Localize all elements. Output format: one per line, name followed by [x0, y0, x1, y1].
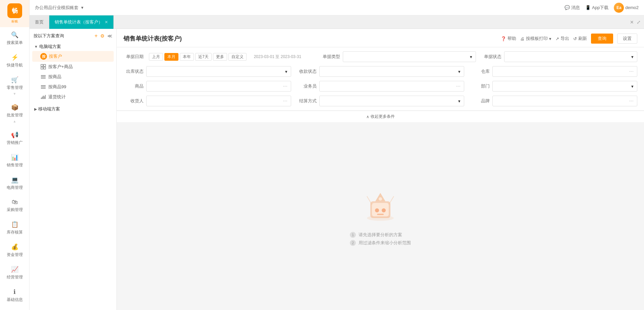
brand-input[interactable]: ···	[492, 96, 637, 106]
payment-input[interactable]: ▾	[319, 96, 464, 106]
date-btn-7days[interactable]: 近7天	[195, 53, 212, 61]
tree-item-return-stats-label: 退货统计	[48, 94, 66, 100]
help-btn[interactable]: ❓ 帮助	[501, 36, 516, 42]
date-btn-more[interactable]: 更多	[213, 53, 227, 61]
top-header: 办公用品行业模拟账套 ▾ 💬 消息 📱 App下载 Ea demo2	[30, 0, 644, 15]
sidebar-item-basic[interactable]: ℹ 基础信息	[0, 284, 29, 307]
tree-group-desktop-label: 电脑端方案	[39, 44, 61, 50]
empty-tips: 1 请先选择要分析的方案 2 用过滤条件来缩小分析范围	[350, 232, 411, 246]
salesman-dots-icon[interactable]: ···	[456, 83, 461, 89]
sidebar-item-inventory[interactable]: 📋 库存核算	[0, 217, 29, 239]
collapse-more-btn[interactable]: ∧ 收起更多条件	[117, 111, 644, 122]
tree-item-by-goods99[interactable]: 按商品99	[32, 82, 114, 92]
collapse-more-label: 收起更多条件	[371, 114, 395, 119]
out-status-input[interactable]: ▾	[146, 66, 291, 77]
tab-close-btn[interactable]: ✕	[630, 19, 634, 25]
left-panel-actions: + ⚙ ≪	[95, 33, 112, 39]
print-dropdown-icon: ▾	[549, 36, 551, 41]
receiver-dots-icon[interactable]: ···	[283, 98, 287, 104]
sidebar-item-retail[interactable]: 🛒 零售管理 ▼	[0, 72, 29, 100]
return-stats-icon	[40, 94, 46, 100]
receipt-status-input[interactable]: ▾	[319, 66, 464, 77]
sidebar-item-system[interactable]: ⚙ 系统管理	[0, 307, 29, 310]
order-status-input[interactable]: ▾	[504, 51, 637, 62]
app-download-label: App下载	[592, 5, 608, 11]
department-group: 部门 ▾	[470, 81, 637, 92]
filter-row-date: 单据日期 上月 本月 本年 近7天 更多 自定义 2023-03-01 至 20…	[123, 51, 637, 62]
warehouse-dots-icon[interactable]: ···	[629, 68, 634, 74]
order-type-input[interactable]: ▾	[343, 51, 476, 62]
receipt-status-group: 收款状态 ▾	[297, 66, 464, 77]
sidebar-item-ecommerce[interactable]: 💻 电商管理	[0, 172, 29, 195]
purchase-icon: 🛍	[12, 199, 18, 206]
order-type-label: 单据类型	[320, 54, 340, 60]
export-btn[interactable]: ↗ 导出	[555, 36, 569, 42]
tree-item-return-stats[interactable]: 退货统计	[32, 92, 114, 102]
svg-rect-14	[45, 95, 46, 99]
message-action[interactable]: 💬 消息	[565, 5, 580, 11]
tree-group-desktop-header[interactable]: ▼ 电脑端方案	[32, 42, 114, 51]
order-status-label: 单据状态	[481, 54, 501, 60]
ecommerce-icon: 💻	[11, 176, 18, 184]
svg-rect-1	[44, 64, 46, 66]
tree-item-by-goods99-label: 按商品99	[48, 84, 66, 90]
department-input[interactable]: ▾	[492, 81, 637, 92]
tree-group-expand-icon: ▼	[34, 45, 38, 49]
tip-num-2: 2	[350, 240, 356, 246]
wholesale-icon: 📦	[11, 104, 18, 111]
sidebar-item-purchase[interactable]: 🛍 采购管理	[0, 195, 29, 217]
user-area[interactable]: Ea demo2	[614, 3, 639, 13]
header-dropdown-icon[interactable]: ▾	[81, 5, 84, 10]
sidebar-item-search-label: 搜索菜单	[7, 40, 23, 46]
sidebar-item-wholesale[interactable]: 📦 批发管理 ▲	[0, 100, 29, 127]
svg-rect-9	[41, 88, 46, 89]
tab-sales-stats[interactable]: 销售单统计表（按客户） ✕	[49, 15, 114, 29]
goods-label: 商品	[123, 83, 144, 89]
tree-item-by-customer[interactable]: 按 按客户	[32, 51, 114, 62]
sidebar-item-search[interactable]: 🔍 搜索菜单	[0, 27, 29, 50]
date-btn-last-month[interactable]: 上月	[149, 53, 163, 61]
settings-scheme-btn[interactable]: ⚙	[100, 33, 105, 39]
main-area: 办公用品行业模拟账套 ▾ 💬 消息 📱 App下载 Ea demo2 首页	[30, 0, 644, 310]
warehouse-input[interactable]: ···	[492, 66, 637, 77]
tab-home[interactable]: 首页	[30, 15, 49, 29]
salesman-input[interactable]: ···	[319, 81, 464, 92]
sidebar-item-quick-nav[interactable]: ⚡ 快捷导航	[0, 50, 29, 72]
header-right: 💬 消息 📱 App下载 Ea demo2	[565, 3, 639, 13]
page-actions: ❓ 帮助 🖨 按模板打印 ▾ ↗ 导出 ↺ 刷新	[501, 34, 637, 44]
receipt-status-label: 收款状态	[297, 68, 317, 74]
refresh-btn[interactable]: ↺ 刷新	[573, 36, 587, 42]
goods-dots-icon[interactable]: ···	[283, 83, 287, 89]
tab-fullscreen-btn[interactable]: ⤢	[637, 19, 641, 25]
sidebar-item-marketing[interactable]: 📢 营销推广	[0, 127, 29, 150]
date-btn-this-month[interactable]: 本月	[164, 53, 178, 61]
brand-dots-icon[interactable]: ···	[629, 98, 634, 104]
warehouse-label: 仓库	[470, 68, 490, 74]
print-btn[interactable]: 🖨 按模板打印 ▾	[520, 36, 551, 42]
brand-group: 品牌 ···	[470, 96, 637, 106]
collapse-panel-btn[interactable]: ≪	[107, 33, 112, 39]
header-title: 办公用品行业模拟账套	[35, 5, 78, 11]
query-btn[interactable]: 查询	[591, 34, 613, 44]
add-scheme-btn[interactable]: +	[95, 33, 98, 39]
app-download-action[interactable]: 📱 App下载	[585, 5, 608, 11]
tab-close-icon[interactable]: ✕	[105, 20, 108, 24]
tree-item-by-customer-goods[interactable]: 按客户+商品	[32, 62, 114, 72]
receiver-input[interactable]: ···	[146, 96, 291, 106]
sidebar-item-sales[interactable]: 📊 销售管理	[0, 150, 29, 172]
goods-input[interactable]: ···	[146, 81, 291, 92]
svg-rect-8	[41, 87, 46, 87]
settings-btn[interactable]: 设置	[617, 34, 637, 44]
empty-state: 1 请先选择要分析的方案 2 用过滤条件来缩小分析范围	[117, 122, 644, 310]
date-btn-this-year[interactable]: 本年	[180, 53, 194, 61]
tree-group-mobile-header[interactable]: ▶ 移动端方案	[32, 105, 114, 113]
sidebar-item-operations[interactable]: 📈 经营管理	[0, 262, 29, 284]
out-status-label: 出库状态	[123, 68, 144, 74]
sidebar-item-finance[interactable]: 💰 资金管理	[0, 239, 29, 262]
by-customer-icon: 按	[40, 53, 47, 60]
marketing-icon: 📢	[11, 131, 18, 139]
tree-item-by-goods[interactable]: 按商品	[32, 72, 114, 82]
svg-rect-0	[41, 64, 43, 66]
tab-home-label: 首页	[35, 19, 44, 25]
date-btn-custom[interactable]: 自定义	[228, 53, 247, 61]
